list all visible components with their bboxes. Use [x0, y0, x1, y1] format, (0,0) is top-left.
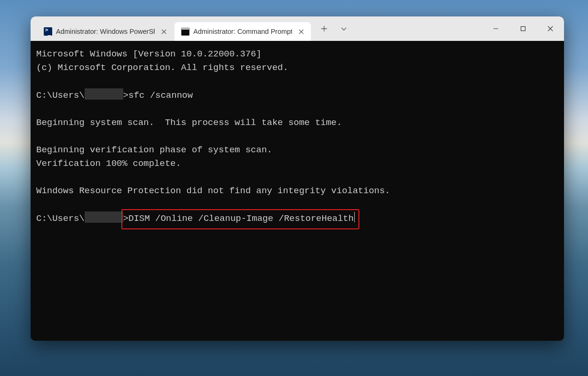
output-line: Beginning system scan. This process will… [36, 118, 342, 128]
powershell-icon [44, 27, 52, 36]
output-line: Verification 100% complete. [36, 158, 181, 169]
output-line: Windows Resource Protection did not find… [36, 186, 390, 196]
output-line: Beginning verification phase of system s… [36, 145, 272, 155]
terminal-viewport[interactable]: Microsoft Windows [Version 10.0.22000.37… [31, 41, 564, 341]
svg-rect-0 [521, 27, 525, 31]
prompt-prefix: C:\Users\ [36, 213, 85, 224]
close-window-button[interactable] [537, 16, 564, 41]
tab-dropdown-button[interactable] [335, 21, 352, 36]
tab-strip: Administrator: Windows PowerShell Admini… [31, 16, 312, 41]
entered-command: sfc /scannow [128, 90, 193, 101]
banner-line: Microsoft Windows [Version 10.0.22000.37… [36, 49, 262, 59]
tab-actions [312, 16, 356, 41]
minimize-button[interactable] [482, 16, 509, 41]
tab-powershell[interactable]: Administrator: Windows PowerShell [37, 22, 174, 41]
tab-title: Administrator: Windows PowerShell [56, 28, 155, 35]
terminal-window: Administrator: Windows PowerShell Admini… [31, 16, 564, 341]
prompt-prefix: C:\Users\ [36, 90, 85, 101]
redacted-username [85, 88, 123, 100]
text-cursor [354, 212, 355, 222]
tab-command-prompt[interactable]: Administrator: Command Prompt [175, 22, 311, 41]
window-controls [482, 16, 564, 41]
maximize-button[interactable] [509, 16, 537, 41]
window-titlebar: Administrator: Windows PowerShell Admini… [31, 16, 564, 41]
prompt-suffix: > [123, 213, 128, 224]
tab-title: Administrator: Command Prompt [193, 28, 292, 35]
cmd-icon [181, 27, 190, 36]
close-tab-button[interactable] [296, 26, 306, 37]
redacted-username [85, 212, 123, 223]
current-command-input[interactable]: DISM /Online /Cleanup-Image /RestoreHeal… [128, 213, 354, 224]
close-tab-button[interactable] [159, 26, 169, 37]
banner-line: (c) Microsoft Corporation. All rights re… [36, 63, 288, 73]
new-tab-button[interactable] [316, 21, 333, 36]
highlighted-command-box: >DISM /Online /Cleanup-Image /RestoreHea… [123, 212, 355, 226]
prompt-suffix: > [123, 90, 128, 101]
